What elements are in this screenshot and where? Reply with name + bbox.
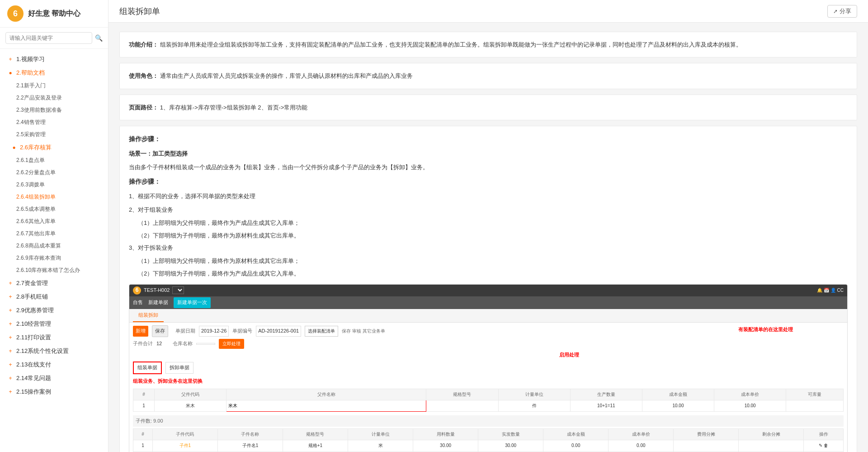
inner-nav-home[interactable]: 自售 [133,298,143,307]
sidebar-item-video[interactable]: + 1.视频学习 [0,52,108,66]
col-parent-code: 父件代码 [155,389,226,400]
sidebar-item-finance[interactable]: + 2.7资金管理 [0,276,108,290]
sidebar-item-stocktake[interactable]: 2.6.1盘点单 [0,154,108,167]
page-title: 组装拆卸单 [119,6,160,17]
col-unit-cost: 成本单价 [714,389,786,400]
inner-logo: 6 [133,286,141,295]
steps-card: 操作步骤： 场景一：加工类型选择 当由多个子件材料组装成一个成品的业务为【组装】… [119,126,857,452]
sidebar-item-faq[interactable]: + 2.14常见问题 [0,371,108,385]
col-sub-num: # [133,429,153,440]
inner-nav-assembly[interactable]: 新建单据一次 [174,297,211,308]
annotation2-text: 组装业务、拆卸业务在这里切换 [133,377,844,386]
step3-2: （2）下部明细为子件明细，最终作为产成品生成其它入库单。 [129,268,848,279]
nav-tree: + 1.视频学习 ● 2.帮助文档 2.1新手入门 2.2产品安装及登录 2.3… [0,49,108,452]
sidebar-item-print[interactable]: + 2.11打印设置 [0,331,108,344]
role-label: 使用角色： [129,72,158,79]
sidebar-item-docs[interactable]: ● 2.帮助文档 [0,66,108,80]
steps-title: 操作步骤： [129,133,848,145]
sidebar-item-stock[interactable]: ● 2.6库存核算 [0,141,108,154]
sidebar-item-payment[interactable]: + 2.13在线支付 [0,358,108,371]
sidebar-item-stockerror[interactable]: 2.6.10库存账本错了怎么办 [0,264,108,276]
annotation-assembly-btn[interactable]: 选择装配清单 [305,326,338,337]
sidebar-item-partial[interactable]: 2.6.2分量盘点单 [0,167,108,179]
sidebar-item-cases[interactable]: + 2.15操作案例 [0,385,108,399]
role-card: 使用角色： 通常由生产人员或库管人员完成拆装业务的操作，库管人员确认原材料的出库… [119,63,857,89]
sidebar-item-otherin[interactable]: 2.6.6其他入库单 [0,215,108,228]
inner-titlebar-text: TEST-H002 [144,286,170,295]
sidebar: 6 好生意 帮助中心 🔍 + 1.视频学习 ● 2.帮助文档 2.1新手入门 2… [0,0,108,452]
sidebar-item-install[interactable]: 2.2产品安装及登录 [0,92,108,104]
sidebar-item-data[interactable]: 2.3使用前数据准备 [0,104,108,116]
child-table: # 子件代码 子件名称 规格型号 计量单位 用料数量 实发数量 成本金额 成本单… [133,428,844,452]
content-area: 功能介绍： 组装拆卸单用来处理企业组装或拆卸等加工业务，支持有固定装配清单的产品… [108,23,868,452]
step3: 3、对于拆装业务 [129,243,848,253]
col-sub-remain: 剩余分摊 [739,429,804,440]
share-button[interactable]: ➚ 分享 [827,5,857,18]
col-sub-code: 子件代码 [152,429,217,440]
sidebar-item-purchase[interactable]: 2.5采购管理 [0,128,108,141]
inner-icons-right: 🔔 📅 👤 CC [817,286,844,295]
faq-expand-icon: + [7,375,14,381]
inner-subcount-value: 12 [156,339,162,348]
search-input[interactable] [5,32,92,44]
col-sub-recipe: 用料数量 [413,429,478,440]
mobile-expand-icon: + [7,294,14,300]
inner-confirm-btn[interactable]: 立即处理 [219,339,244,349]
sub-table-label: 子件数: 9.00 [133,415,844,427]
inner-order-value: AD-20191226-001 [256,326,301,337]
sidebar-item-stockquery[interactable]: 2.6.9库存账本查询 [0,252,108,264]
col-num: # [133,389,155,400]
step2-2: （2）下部明细为子件明细，最终作为原材料生成其它出库单。 [129,230,848,241]
inner-tab-save[interactable]: 保存 [152,325,168,337]
intro-label: 功能介绍： [129,41,158,48]
intro-text: 组装拆卸单用来处理企业组装或拆卸等加工业务，支持有固定装配清单的产品加工业务，也… [160,41,742,48]
sidebar-item-adjust[interactable]: 2.6.3调拨单 [0,179,108,191]
path-label: 页面路径： [129,104,158,111]
col-sub-name: 子件名称 [217,429,283,440]
inner-type-tab-disassembly[interactable]: 拆卸单据 [165,362,193,374]
inner-date-label: 单据日期 [175,327,195,336]
sidebar-item-mobile[interactable]: + 2.8手机旺铺 [0,290,108,304]
col-sub-unit-cost: 成本单价 [609,429,674,440]
col-sub-actual: 实发数量 [478,429,543,440]
inner-order-label: 单据编号 [232,327,252,336]
table-row: 1 米木 件 10+1=11 10.00 10.00 [133,400,844,411]
step2: 2、对于组装业务 [129,205,848,215]
path-card: 页面路径： 1、库存核算->库存管理->组装拆卸单 2、首页->常用功能 [119,95,857,120]
expand-icon: + [7,56,14,62]
inner-date-value: 2019-12-26 [199,326,229,337]
inner-dropdown[interactable] [172,286,184,294]
inner-type-tab-assembly[interactable]: 组装单据 [133,362,162,374]
coupon-expand-icon: + [7,307,14,314]
inner-tab-assembly[interactable]: 组装拆卸 [133,309,164,323]
sidebar-item-costadj[interactable]: 2.6.5成本调整单 [0,203,108,215]
finance-expand-icon: + [7,280,14,286]
inner-tab-new[interactable]: 新增 [133,326,148,337]
sidebar-item-new[interactable]: 2.1新手入门 [0,80,108,92]
sidebar-item-assembly[interactable]: 2.6.4组装拆卸单 [0,191,108,203]
search-icon[interactable]: 🔍 [95,34,103,42]
sidebar-item-coupon[interactable]: + 2.9优惠券管理 [0,304,108,317]
sidebar-item-otherout[interactable]: 2.6.7其他出库单 [0,228,108,240]
path-text: 1、库存核算->库存管理->组装拆卸单 2、首页->常用功能 [160,104,308,111]
sidebar-item-customize[interactable]: + 2.12系统个性化设置 [0,344,108,358]
annotation1-text: 有装配清单的在这里处理 [738,325,793,334]
col-parent-name: 父件名称 [226,389,426,400]
sidebar-item-sales[interactable]: 2.4销售管理 [0,116,108,128]
sidebar-item-costrecalc[interactable]: 2.6.8商品成本重算 [0,240,108,252]
collapse-icon: ● [7,70,14,76]
top-bar: 组装拆卸单 ➚ 分享 [108,0,868,23]
parent-name-input[interactable] [228,403,424,408]
col-sub-action: 操作 [804,429,844,440]
cases-expand-icon: + [7,389,14,395]
col-sub-spec: 规格型号 [283,429,348,440]
annotation3-text: 启用处理 [559,351,844,360]
main-panel: 组装拆卸单 ➚ 分享 功能介绍： 组装拆卸单用来处理企业组装或拆卸等加工业务，支… [108,0,868,452]
scenario1-title: 场景一：加工类型选择 [129,148,848,159]
inner-warehouse-input[interactable] [196,343,215,345]
sidebar-item-ops[interactable]: + 2.10经营管理 [0,317,108,331]
role-text: 通常由生产人员或库管人员完成拆装业务的操作，库管人员确认原材料的出库和产成品的入… [160,72,413,79]
scenario1-desc: 当由多个子件材料组装成一个成品的业务为【组装】业务，当由一个父件拆分成多个子产品… [129,162,848,172]
inner-warehouse-label: 仓库名称 [173,339,193,348]
inner-nav-purchase[interactable]: 新建单据 [148,298,168,307]
